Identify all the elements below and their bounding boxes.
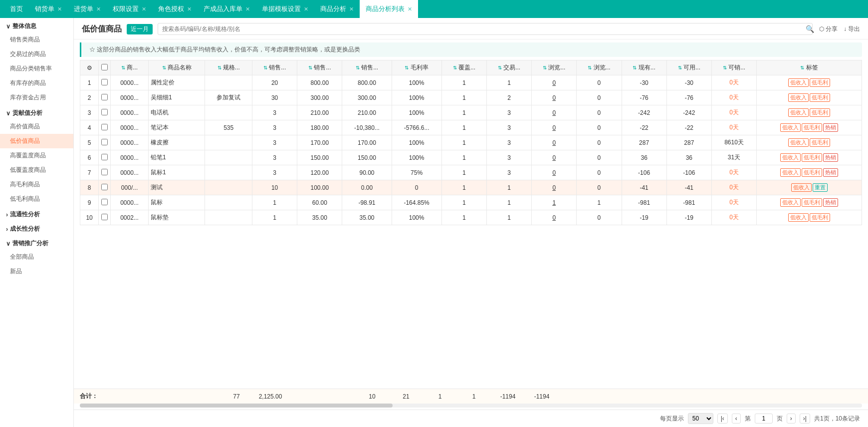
view-link[interactable]: 0	[552, 139, 556, 146]
close-icon[interactable]: ✕	[408, 6, 412, 12]
sidebar-item-low-margin[interactable]: 低毛利商品	[0, 192, 73, 206]
row-checkbox[interactable]	[99, 210, 111, 225]
row-view1[interactable]: 0	[532, 105, 577, 120]
close-icon[interactable]: ✕	[57, 6, 62, 12]
row-select[interactable]	[101, 94, 108, 100]
sidebar-group-circulation[interactable]: › 流通性分析	[0, 206, 73, 221]
sidebar-item-sales-products[interactable]: 销售类商品	[0, 32, 73, 47]
sidebar-group-marketing[interactable]: ∨ 营销推广分析	[0, 235, 73, 250]
col-sales1[interactable]: ⇅ 销售...	[297, 60, 342, 75]
close-icon[interactable]: ✕	[304, 6, 308, 12]
first-page-button[interactable]: |‹	[717, 414, 728, 424]
row-checkbox[interactable]	[99, 150, 111, 165]
sidebar-item-new-products[interactable]: 新品	[0, 264, 73, 279]
sidebar-group-overall[interactable]: ∨ 整体信息	[0, 18, 73, 32]
row-checkbox[interactable]	[99, 75, 111, 90]
share-button[interactable]: ⬡ 分享	[819, 25, 838, 33]
page-input[interactable]	[755, 414, 773, 424]
scrollbar-thumb[interactable]	[80, 404, 393, 408]
view-link[interactable]: 0	[552, 154, 556, 161]
view-link[interactable]: 0	[552, 214, 556, 221]
export-button[interactable]: ↓ 导出	[844, 25, 860, 33]
nav-purchase[interactable]: 进货单 ✕	[68, 0, 107, 18]
col-coverage[interactable]: ⇅ 覆盖...	[441, 60, 486, 75]
row-checkbox[interactable]	[99, 180, 111, 195]
view-link[interactable]: 0	[552, 109, 556, 116]
sidebar-group-growth[interactable]: › 成长性分析	[0, 221, 73, 235]
page-size-select[interactable]: 50 100	[688, 413, 713, 424]
sidebar-item-all-products[interactable]: 全部商品	[0, 250, 73, 264]
search-input[interactable]	[158, 23, 813, 35]
row-select[interactable]	[101, 109, 108, 115]
view-link[interactable]: 0	[552, 124, 556, 131]
nav-permissions[interactable]: 权限设置 ✕	[107, 0, 152, 18]
col-tags[interactable]: ⇅ 标签	[757, 60, 862, 75]
row-select[interactable]	[101, 79, 108, 85]
sidebar-item-capital[interactable]: 库存资金占用	[0, 90, 73, 105]
col-trade[interactable]: ⇅ 交易...	[486, 60, 531, 75]
nav-home[interactable]: 首页	[4, 0, 29, 18]
last-page-button[interactable]: ›|	[800, 414, 810, 424]
select-all-checkbox[interactable]	[101, 64, 108, 70]
row-view1[interactable]: 1	[532, 195, 577, 210]
row-checkbox[interactable]	[99, 135, 111, 150]
row-select[interactable]	[101, 184, 108, 190]
close-icon[interactable]: ✕	[349, 6, 354, 12]
row-select[interactable]	[101, 124, 108, 130]
col-view1[interactable]: ⇅ 浏览...	[532, 60, 577, 75]
col-stock2[interactable]: ⇅ 可用...	[666, 60, 711, 75]
search-icon[interactable]: 🔍	[806, 25, 814, 33]
nav-roles[interactable]: 角色授权 ✕	[152, 0, 198, 18]
view-link[interactable]: 0	[552, 79, 556, 86]
col-checkbox[interactable]	[99, 60, 111, 75]
sidebar-item-high-value[interactable]: 高价值商品	[0, 119, 73, 134]
view-link[interactable]: 0	[552, 184, 556, 191]
row-view1[interactable]: 0	[532, 135, 577, 150]
row-view1[interactable]: 0	[532, 180, 577, 195]
nav-analysis-list[interactable]: 商品分析列表 ✕	[360, 0, 418, 18]
sidebar-item-traded[interactable]: 交易过的商品	[0, 47, 73, 61]
row-view1[interactable]: 0	[532, 120, 577, 135]
col-sales2[interactable]: ⇅ 销售...	[342, 60, 392, 75]
row-view1[interactable]: 0	[532, 90, 577, 105]
row-select[interactable]	[101, 139, 108, 145]
col-qty[interactable]: ⇅ 销售...	[252, 60, 297, 75]
col-code[interactable]: ⇅ 商...	[111, 60, 149, 75]
col-view2[interactable]: ⇅ 浏览...	[577, 60, 622, 75]
sidebar-item-high-margin[interactable]: 高毛利商品	[0, 177, 73, 192]
row-checkbox[interactable]	[99, 120, 111, 135]
row-checkbox[interactable]	[99, 165, 111, 180]
row-checkbox[interactable]	[99, 105, 111, 120]
sidebar-item-category-rate[interactable]: 商品分类销售率	[0, 61, 73, 76]
nav-products-in[interactable]: 产成品入库单 ✕	[198, 0, 256, 18]
row-view1[interactable]: 0	[532, 165, 577, 180]
col-name[interactable]: ⇅ 商品名称	[148, 60, 205, 75]
view-link[interactable]: 0	[552, 169, 556, 176]
row-select[interactable]	[101, 154, 108, 160]
col-saleable[interactable]: ⇅ 可销...	[711, 60, 756, 75]
next-page-button[interactable]: ›	[787, 414, 796, 424]
row-view1[interactable]: 0	[532, 75, 577, 90]
col-settings[interactable]: ⚙	[80, 60, 99, 75]
col-spec[interactable]: ⇅ 规格...	[205, 60, 252, 75]
table-container[interactable]: ⚙ ⇅ 商... ⇅ 商品名称 ⇅ 规格... ⇅ 销售... ⇅ 销售... …	[74, 60, 868, 389]
close-icon[interactable]: ✕	[142, 6, 146, 12]
close-icon[interactable]: ✕	[96, 6, 101, 12]
nav-analysis[interactable]: 商品分析 ✕	[314, 0, 360, 18]
row-select[interactable]	[101, 169, 108, 175]
sidebar-item-low-value[interactable]: 低价值商品	[0, 134, 73, 148]
row-view1[interactable]: 0	[532, 150, 577, 165]
row-select[interactable]	[101, 199, 108, 205]
nav-template[interactable]: 单据模板设置 ✕	[256, 0, 314, 18]
date-filter-button[interactable]: 近一月	[127, 24, 153, 34]
col-gross[interactable]: ⇅ 毛利率	[392, 60, 441, 75]
prev-page-button[interactable]: ‹	[732, 414, 741, 424]
col-stock1[interactable]: ⇅ 现有...	[622, 60, 666, 75]
close-icon[interactable]: ✕	[245, 6, 250, 12]
nav-sales[interactable]: 销货单 ✕	[29, 0, 68, 18]
sidebar-item-stock[interactable]: 有库存的商品	[0, 76, 73, 90]
row-checkbox[interactable]	[99, 195, 111, 210]
row-view1[interactable]: 0	[532, 210, 577, 225]
horizontal-scrollbar[interactable]	[80, 404, 862, 408]
sidebar-item-high-coverage[interactable]: 高覆盖度商品	[0, 148, 73, 163]
